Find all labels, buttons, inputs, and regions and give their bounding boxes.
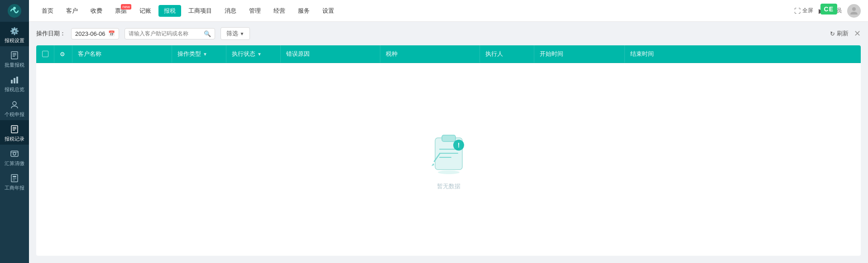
empty-illustration: ! 暂无数据 [426, 129, 471, 190]
svg-point-15 [13, 152, 16, 155]
select-all-checkbox[interactable] [42, 51, 48, 57]
sort-icon: ▼ [257, 52, 262, 57]
sidebar-item-label: 汇算清缴 [5, 161, 24, 166]
main-area: 首页 客户 收费 票据 new 记账 报税 工商项目 消息 管理 经营 服务 设… [29, 0, 868, 263]
chevron-down-icon: ▼ [240, 31, 245, 36]
ce-badge: CE [820, 4, 837, 15]
nav-jingying[interactable]: 经营 [268, 5, 291, 17]
svg-rect-10 [11, 126, 18, 133]
svg-marker-30 [432, 163, 434, 166]
svg-rect-14 [11, 151, 18, 156]
refresh-label: 刷新 [837, 29, 849, 38]
svg-rect-7 [14, 78, 15, 83]
sidebar-item-baoshui-zonlan[interactable]: 报税总览 [0, 71, 29, 95]
svg-text:!: ! [457, 141, 460, 149]
refresh-icon: ↻ [830, 30, 835, 37]
baoshui-jilu-icon [9, 124, 20, 135]
nav-guanli[interactable]: 管理 [244, 5, 266, 17]
svg-rect-23 [442, 135, 456, 141]
content-area: 操作日期： 2023-06-06 📅 🔍 筛选 ▼ ↻ 刷新 ✕ [29, 22, 868, 263]
table-body: ! 暂无数据 [36, 63, 861, 256]
th-executor: 执行人 [480, 45, 534, 63]
sidebar-item-huisuan-jiaona[interactable]: 汇算清缴 [0, 145, 29, 169]
nav-piao[interactable]: 票据 new [110, 5, 132, 17]
nav-fuwu[interactable]: 服务 [293, 5, 315, 17]
sidebar-item-baoshui-jilu[interactable]: 报税记录 [0, 120, 29, 145]
avatar[interactable] [847, 4, 861, 18]
date-value: 2023-06-06 [75, 30, 106, 37]
sidebar-item-label: 报税总览 [5, 87, 24, 93]
search-input[interactable] [129, 30, 201, 37]
sidebar-item-label: 个税申报 [5, 112, 24, 117]
th-exec-status[interactable]: 执行状态 ▼ [226, 45, 281, 63]
svg-point-21 [852, 7, 856, 11]
piliang-baoshui-icon [9, 50, 20, 61]
date-picker[interactable]: 2023-06-06 📅 [71, 28, 119, 39]
search-icon[interactable]: 🔍 [204, 30, 211, 37]
new-badge: new [121, 4, 131, 10]
search-wrap: 🔍 [125, 28, 215, 39]
gongshang-nianbao-icon [9, 173, 20, 184]
svg-point-9 [13, 102, 16, 105]
fullscreen-button[interactable]: ⛶ 全屏 [794, 7, 813, 15]
nav-shoufei[interactable]: 收费 [85, 5, 108, 17]
settings-icon[interactable]: ⚙ [60, 51, 65, 58]
toolbar: 操作日期： 2023-06-06 📅 🔍 筛选 ▼ ↻ 刷新 ✕ [29, 22, 868, 45]
sidebar-item-piliang-baoshui[interactable]: 批量报税 [0, 46, 29, 71]
nav-customer[interactable]: 客户 [61, 5, 83, 17]
sidebar: ⚙️ 报税设置 批量报税 报税总览 [0, 0, 29, 263]
sort-icon: ▼ [203, 52, 207, 57]
svg-rect-8 [16, 77, 18, 83]
topnav: 首页 客户 收费 票据 new 记账 报税 工商项目 消息 管理 经营 服务 设… [29, 0, 868, 22]
sidebar-item-label: 报税设置 [5, 38, 24, 44]
date-label: 操作日期： [36, 29, 66, 38]
geshui-shenbao-icon [9, 99, 20, 110]
nav-items: 首页 客户 收费 票据 new 记账 报税 工商项目 消息 管理 经营 服务 设… [36, 5, 794, 17]
sidebar-item-geshui-shenbao[interactable]: 个税申报 [0, 96, 29, 120]
sidebar-item-gongshang-nianbao[interactable]: 工商年报 [0, 169, 29, 194]
logo[interactable] [0, 0, 29, 22]
sidebar-item-label: 批量报税 [5, 62, 24, 68]
baoshui-shezhi-icon: ⚙️ [9, 25, 20, 36]
nav-xiaoxi[interactable]: 消息 [219, 5, 242, 17]
calendar-icon: 📅 [108, 30, 115, 37]
huisuan-jiaona-icon [9, 148, 20, 159]
svg-rect-17 [11, 175, 18, 182]
sidebar-item-label: 工商年报 [5, 185, 24, 191]
th-checkbox[interactable] [36, 45, 54, 63]
empty-icon: ! [426, 129, 471, 179]
svg-point-31 [438, 170, 460, 174]
nav-gongshang[interactable]: 工商项目 [183, 5, 217, 17]
filter-button[interactable]: 筛选 ▼ [221, 27, 250, 40]
table-header: ⚙ 客户名称 操作类型 ▼ 执行状态 ▼ 错误原因 税种 [36, 45, 861, 63]
svg-rect-18 [13, 176, 16, 177]
fullscreen-label: 全屏 [802, 7, 813, 15]
svg-rect-6 [11, 80, 13, 83]
th-settings: ⚙ [54, 45, 72, 63]
close-button[interactable]: ✕ [854, 29, 861, 38]
nav-jizhang[interactable]: 记账 [134, 5, 157, 17]
table-container: ⚙ 客户名称 操作类型 ▼ 执行状态 ▼ 错误原因 税种 [36, 45, 861, 256]
th-tax-type: 税种 [380, 45, 480, 63]
th-customer-name: 客户名称 [72, 45, 172, 63]
svg-point-1 [13, 7, 16, 10]
th-op-type[interactable]: 操作类型 ▼ [172, 45, 226, 63]
nav-baoshui[interactable]: 报税 [158, 5, 181, 17]
filter-label: 筛选 [226, 29, 238, 38]
nav-home[interactable]: 首页 [36, 5, 59, 17]
th-error-reason: 错误原因 [281, 45, 380, 63]
empty-text: 暂无数据 [437, 182, 460, 190]
th-end-time: 结束时间 [625, 45, 688, 63]
svg-rect-2 [11, 52, 18, 59]
sidebar-item-label: 报税记录 [5, 136, 24, 142]
fullscreen-icon: ⛶ [794, 7, 801, 15]
sidebar-item-baoshui-shezhi[interactable]: ⚙️ 报税设置 [0, 22, 29, 46]
baoshui-zonlan-icon [9, 74, 20, 85]
refresh-button[interactable]: ↻ 刷新 [830, 29, 849, 38]
nav-shezhi[interactable]: 设置 [317, 5, 340, 17]
th-start-time: 开始时间 [534, 45, 625, 63]
